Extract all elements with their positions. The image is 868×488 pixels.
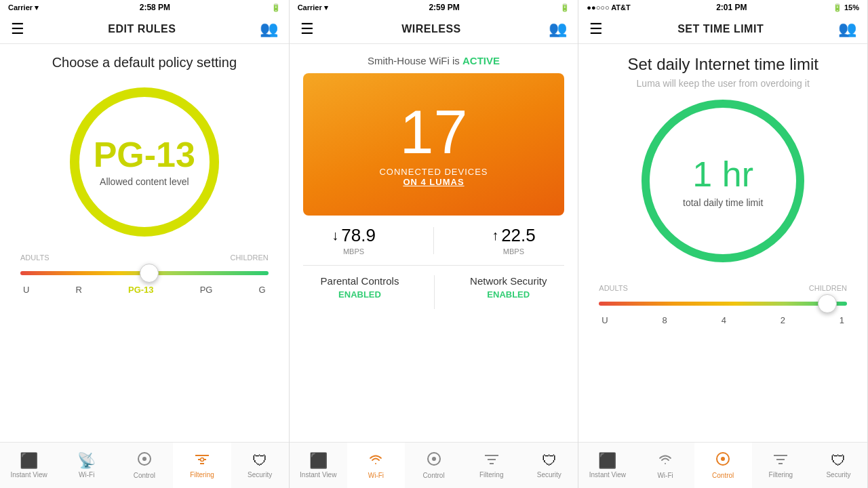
network-status: ENABLED <box>487 289 530 300</box>
connected-count: 17 <box>399 102 467 163</box>
down-arrow-icon: ↓ <box>332 228 338 243</box>
p3-slider-top: ADULTS CHILDREN <box>599 284 847 292</box>
p3-adults-label: ADULTS <box>599 284 628 292</box>
tab-filtering-3[interactable]: Filtering <box>752 443 810 488</box>
rating-circle: PG-13 Allowed content level <box>66 84 222 240</box>
tab-label-security-2: Security <box>537 471 561 479</box>
wifi-status-prefix: Smith-House WiFi is <box>368 55 462 66</box>
parental-status: ENABLED <box>338 289 381 300</box>
tab-security-1[interactable]: 🛡 Security <box>231 443 289 488</box>
svg-point-1 <box>142 457 146 461</box>
slider-thumb[interactable] <box>140 264 159 283</box>
tab-label-security-1: Security <box>248 471 272 479</box>
tab-control-2[interactable]: Control <box>405 443 462 488</box>
wifi-icon-2 <box>368 451 383 470</box>
tab-label-control-2: Control <box>422 472 444 479</box>
upload-speed: ↑ 22.5 MBPS <box>492 225 536 256</box>
parental-controls-label: Parental Controls <box>321 275 399 287</box>
p3-slider-wrapper[interactable] <box>599 296 847 311</box>
nav-title-1: EDIT RULES <box>108 23 176 35</box>
battery-3: 🔋 15% <box>833 3 859 12</box>
slider-track-wrapper[interactable] <box>20 266 269 281</box>
status-bar-1: Carrier ▾ 2:58 PM 🔋 <box>0 0 289 15</box>
tab-label-filtering-1: Filtering <box>190 471 214 479</box>
upload-val: ↑ 22.5 <box>492 225 536 246</box>
p3-title: Set daily Internet time limit <box>627 55 818 74</box>
tab-label-security-3: Security <box>826 471 850 479</box>
slider-top-labels: ADULTS CHILDREN <box>20 253 269 262</box>
upload-number: 22.5 <box>501 225 536 246</box>
tab-label-control-1: Control <box>134 472 155 479</box>
instant-view-icon-3: ⬛ <box>598 452 616 470</box>
hamburger-icon-3[interactable]: ☰ <box>589 20 603 38</box>
carrier-1: Carrier ▾ <box>8 3 39 12</box>
top-nav-3: ☰ SET TIME LIMIT 👥 <box>578 15 867 44</box>
tab-wifi-1[interactable]: 📡 Wi-Fi <box>58 443 115 488</box>
p3-subtitle: Luma will keep the user from overdoing i… <box>637 78 810 89</box>
tab-bar-2: ⬛ Instant View Wi-Fi Control <box>290 442 578 488</box>
svg-point-7 <box>432 457 436 461</box>
p3-bottom-labels: U 8 4 2 1 <box>599 315 847 325</box>
status-bar-3: ●●○○○ AT&T 2:01 PM 🔋 15% <box>578 0 867 15</box>
time-label: total daily time limit <box>683 197 763 208</box>
hamburger-icon-1[interactable]: ☰ <box>11 20 24 38</box>
tab-bar-1: ⬛ Instant View 📡 Wi-Fi Control <box>0 442 289 488</box>
tab-wifi-2[interactable]: Wi-Fi <box>347 443 405 488</box>
tab-label-wifi-1: Wi-Fi <box>79 471 94 479</box>
tab-filtering-1[interactable]: Filtering <box>173 443 231 488</box>
top-nav-1: ☰ EDIT RULES 👥 <box>0 15 289 44</box>
network-security-item[interactable]: Network Security ENABLED <box>470 275 547 309</box>
p3-slider-thumb[interactable] <box>818 294 837 313</box>
users-icon-2[interactable]: 👥 <box>549 20 567 38</box>
time-1: 2:58 PM <box>140 3 170 12</box>
nav-title-3: SET TIME LIMIT <box>677 23 764 35</box>
parental-controls-item[interactable]: Parental Controls ENABLED <box>321 275 399 309</box>
p3-rating-4: 4 <box>722 315 726 325</box>
users-icon-3[interactable]: 👥 <box>838 20 856 38</box>
tab-control-1[interactable]: Control <box>115 443 173 488</box>
devices-label: CONNECTED DEVICES ON 4 LUMAS <box>379 167 488 187</box>
carrier-3: ●●○○○ AT&T <box>587 3 630 12</box>
tab-security-2[interactable]: 🛡 Security <box>520 443 578 488</box>
circle-rating: PG-13 <box>94 137 195 172</box>
tab-label-wifi-2: Wi-Fi <box>368 472 384 479</box>
users-icon-1[interactable]: 👥 <box>260 20 278 38</box>
tab-label-filtering-2: Filtering <box>479 471 504 479</box>
download-speed: ↓ 78.9 MBPS <box>332 225 376 256</box>
slider-bottom-labels: U R PG-13 PG G <box>20 285 269 295</box>
tab-instant-view-2[interactable]: ⬛ Instant View <box>290 443 347 488</box>
battery-1: 🔋 <box>271 3 281 12</box>
security-icon-1: 🛡 <box>252 452 267 470</box>
battery-2: 🔋 <box>560 3 570 12</box>
download-number: 78.9 <box>341 225 376 246</box>
filtering-icon-1 <box>195 452 210 470</box>
tab-security-3[interactable]: 🛡 Security <box>810 443 867 488</box>
battery-icon-3: 🔋 15% <box>833 3 859 12</box>
tab-wifi-3[interactable]: Wi-Fi <box>636 443 694 488</box>
circle-label: Allowed content level <box>100 176 189 187</box>
time-3: 2:01 PM <box>716 3 747 12</box>
adults-label: ADULTS <box>20 253 50 262</box>
tab-bar-3: ⬛ Instant View Wi-Fi Control <box>578 442 867 488</box>
tab-instant-view-3[interactable]: ⬛ Instant View <box>578 443 636 488</box>
status-bar-2: Carrier ▾ 2:59 PM 🔋 <box>290 0 578 15</box>
tab-filtering-2[interactable]: Filtering <box>462 443 520 488</box>
wifi-active-label: ACTIVE <box>462 55 500 66</box>
lumas-text: ON 4 LUMAS <box>379 177 488 187</box>
time-2: 2:59 PM <box>429 3 459 12</box>
download-val: ↓ 78.9 <box>332 225 376 246</box>
status-left-2: Carrier ▾ <box>298 3 328 12</box>
speed-divider <box>433 227 434 254</box>
controls-row: Parental Controls ENABLED Network Securi… <box>303 266 565 309</box>
panel-edit-rules: Carrier ▾ 2:58 PM 🔋 ☰ EDIT RULES 👥 Choos… <box>0 0 290 488</box>
tab-label-wifi-3: Wi-Fi <box>657 472 673 479</box>
hamburger-icon-2[interactable]: ☰ <box>300 20 314 38</box>
tab-control-3[interactable]: Control <box>694 443 752 488</box>
speed-card: 17 CONNECTED DEVICES ON 4 LUMAS <box>303 73 565 216</box>
top-nav-2: ☰ WIRELESS 👥 <box>290 15 578 44</box>
network-security-label: Network Security <box>470 275 547 287</box>
tab-instant-view-1[interactable]: ⬛ Instant View <box>0 443 58 488</box>
rating-g: G <box>259 285 266 295</box>
wifi-status-text: Smith-House WiFi is ACTIVE <box>368 55 500 66</box>
tab-label-filtering-3: Filtering <box>769 471 793 479</box>
